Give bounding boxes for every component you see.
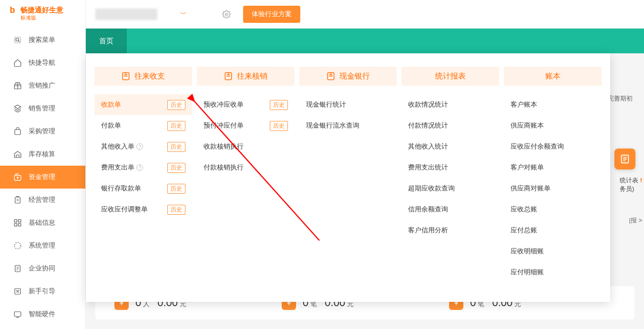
mega-item[interactable]: 费用支出统计	[401, 157, 499, 178]
logo-text: 畅捷通好生意	[20, 6, 63, 15]
search-icon	[13, 36, 22, 44]
sidebar-item-label: 采购管理	[29, 127, 55, 136]
svg-point-9	[14, 242, 21, 249]
mega-item[interactable]: 现金银行流水查询	[299, 115, 397, 136]
sidebar-item-search[interactable]: 搜索菜单	[0, 29, 85, 51]
mega-item-label: 超期应收款查询	[408, 184, 455, 193]
mega-col-1: 往来核销 预收冲应收单 历史 预付冲应付单 历史 收款核销执行 付款核销执行	[197, 67, 295, 283]
mega-item[interactable]: 信用余额查询	[401, 199, 499, 220]
mega-item[interactable]: 银行存取款单 历史	[94, 178, 192, 199]
mega-item[interactable]: 其他收入单? 历史	[94, 136, 192, 157]
sidebar-item-cart[interactable]: 销售管理	[0, 97, 85, 120]
mega-item-label: 客户对账单	[511, 163, 544, 172]
mega-item[interactable]: 应付明细账	[504, 262, 602, 283]
tab-bar: 首页	[86, 29, 644, 53]
mega-item-label: 应收明细账	[511, 247, 544, 256]
sidebar-item-label: 营销推广	[29, 81, 55, 90]
mega-item[interactable]: 供应商账本	[504, 115, 602, 136]
history-button[interactable]: 历史	[270, 121, 288, 131]
mega-item-label: 收款单	[101, 100, 121, 109]
mega-item[interactable]: 预收冲应收单 历史	[197, 94, 295, 115]
mega-item-label: 收款核销执行	[204, 142, 244, 151]
mega-item[interactable]: 其他收入统计	[401, 136, 499, 157]
history-button[interactable]: 历史	[167, 100, 185, 110]
sidebar-item-circle[interactable]: 系统管理	[0, 234, 85, 257]
sidebar-item-tv[interactable]: 智能硬件	[0, 303, 85, 326]
guide-icon	[13, 287, 22, 296]
mega-item-label: 应收应付调整单	[101, 205, 148, 214]
right-text-1: 完善期初	[606, 91, 644, 106]
logo-icon: b	[7, 5, 18, 15]
sidebar-item-clipboard[interactable]: 经营管理	[0, 189, 85, 211]
sidebar-item-home[interactable]: 快捷导航	[0, 51, 85, 74]
cta-button[interactable]: 体验行业方案	[243, 6, 300, 23]
mega-item-label: 银行存取款单	[101, 184, 141, 193]
floating-action-button[interactable]	[614, 149, 635, 169]
org-name-blurred	[95, 9, 157, 20]
mega-item[interactable]: 客户对账单	[504, 157, 602, 178]
sidebar-item-label: 搜索菜单	[29, 36, 55, 44]
gear-icon[interactable]	[220, 8, 233, 20]
org-selector[interactable]: ﹀	[95, 9, 210, 20]
sidebar-item-label: 库存核算	[29, 150, 55, 159]
sidebar-item-grid[interactable]: 基础信息	[0, 211, 85, 234]
mega-item-label: 现金银行流水查询	[306, 121, 359, 130]
mega-item[interactable]: 客户账本	[504, 94, 602, 115]
mega-item-label: 费用支出统计	[408, 163, 448, 172]
history-button[interactable]: 历史	[167, 184, 185, 194]
mega-item[interactable]: 应收明细账	[504, 241, 602, 262]
history-button[interactable]: 历史	[167, 163, 185, 173]
mega-item[interactable]: 应收应付调整单 历史	[94, 199, 192, 220]
mega-item[interactable]: 客户信用分析	[401, 220, 499, 241]
history-button[interactable]: 历史	[167, 205, 185, 215]
help-icon[interactable]: ?	[136, 164, 143, 171]
sidebar-item-warehouse[interactable]: 库存核算	[0, 143, 85, 166]
sidebar-item-gift[interactable]: 营销推广	[0, 74, 85, 97]
mega-item-label: 供应商账本	[511, 121, 544, 130]
mega-item[interactable]: 付款核销执行	[197, 157, 295, 178]
svg-rect-3	[15, 130, 20, 135]
header: ﹀ 体验行业方案	[86, 0, 644, 29]
mega-item[interactable]: 收款情况统计	[401, 94, 499, 115]
mega-item[interactable]: 付款情况统计	[401, 115, 499, 136]
svg-point-1	[16, 38, 19, 41]
sidebar-item-money[interactable]: 资金管理	[0, 166, 85, 189]
mega-item[interactable]: 供应商对账单	[504, 178, 602, 199]
mega-item[interactable]: 应收应付余额查询	[504, 136, 602, 157]
sidebar: b 畅捷通好生意 标准版 搜索菜单快捷导航营销推广销售管理采购管理库存核算资金管…	[0, 0, 86, 329]
sidebar-item-label: 系统管理	[29, 241, 55, 250]
circle-icon	[13, 241, 22, 250]
home-icon	[13, 59, 22, 67]
history-button[interactable]: 历史	[270, 100, 288, 110]
bag-icon	[13, 127, 22, 136]
svg-rect-12	[14, 312, 21, 317]
sidebar-item-bag[interactable]: 采购管理	[0, 120, 85, 143]
mega-item-label: 收款情况统计	[408, 100, 448, 109]
mega-item[interactable]: 收款单 历史	[94, 94, 192, 115]
mega-item-label: 客户信用分析	[408, 226, 448, 235]
svg-rect-5	[14, 219, 17, 222]
sidebar-item-label: 销售管理	[29, 104, 55, 113]
mega-item[interactable]: 收款核销执行	[197, 136, 295, 157]
mega-menu: 往来收支 收款单 历史 付款单 历史 其他收入单? 历史 费用支出单? 历史 银…	[86, 53, 610, 302]
history-button[interactable]: 历史	[167, 142, 185, 152]
mega-item[interactable]: 超期应收款查询	[401, 178, 499, 199]
help-icon[interactable]: ?	[136, 143, 143, 150]
chevron-down-icon: ﹀	[180, 10, 187, 19]
mega-col-2: 现金银行 现金银行统计 现金银行流水查询	[299, 67, 397, 283]
mega-item[interactable]: 现金银行统计	[299, 94, 397, 115]
mega-item-label: 应收总账	[511, 205, 537, 214]
mega-item[interactable]: 费用支出单? 历史	[94, 157, 192, 178]
history-button[interactable]: 历史	[167, 121, 185, 131]
tab-home[interactable]: 首页	[86, 29, 127, 53]
mega-item[interactable]: 预付冲应付单 历史	[197, 115, 295, 136]
mega-item[interactable]: 应付总账	[504, 220, 602, 241]
svg-rect-6	[19, 219, 21, 222]
sidebar-item-doc[interactable]: 企业协同	[0, 257, 85, 280]
mega-item[interactable]: 应收总账	[504, 199, 602, 220]
mega-item-label: 费用支出单?	[101, 163, 143, 172]
mega-item[interactable]: 付款单 历史	[94, 115, 192, 136]
mega-item-label: 应收应付余额查询	[511, 142, 564, 151]
sidebar-item-guide[interactable]: 新手引导	[0, 280, 85, 303]
sidebar-item-label: 智能硬件	[29, 310, 55, 319]
